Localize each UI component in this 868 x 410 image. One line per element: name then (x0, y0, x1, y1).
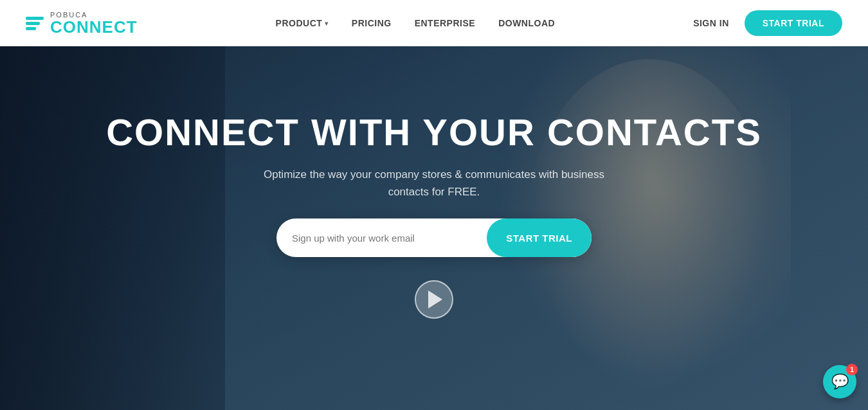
chat-badge: 1 (846, 364, 858, 375)
play-video-button[interactable] (415, 280, 453, 319)
start-trial-hero-button[interactable]: START TRIAL (487, 218, 592, 257)
logo-icon (26, 17, 44, 30)
nav-pricing[interactable]: PRICING (352, 18, 392, 28)
hero-content: CONNECT WITH YOUR CONTACTS Optimize the … (106, 112, 762, 319)
nav-download[interactable]: DOWNLOAD (498, 18, 555, 28)
header: POBUCA CONNECT PRODUCT ▾ PRICING ENTERPR… (0, 0, 868, 46)
nav-enterprise[interactable]: ENTERPRISE (415, 18, 475, 28)
sign-in-link[interactable]: SIGN IN (693, 18, 729, 28)
email-input[interactable] (276, 233, 487, 244)
hero-subtitle: Optimize the way your company stores & c… (254, 166, 614, 201)
chat-icon: 💬 (831, 373, 849, 390)
hero-title: CONNECT WITH YOUR CONTACTS (106, 112, 762, 153)
logo[interactable]: POBUCA CONNECT (26, 12, 138, 35)
chat-button[interactable]: 💬 1 (823, 365, 856, 398)
chat-widget: 💬 1 (823, 365, 856, 398)
logo-connect-label: CONNECT (50, 19, 138, 35)
chevron-down-icon: ▾ (325, 20, 329, 27)
hero-section: CONNECT WITH YOUR CONTACTS Optimize the … (0, 46, 868, 410)
logo-text: POBUCA CONNECT (50, 12, 138, 35)
nav-actions: SIGN IN START TRIAL (693, 10, 842, 36)
start-trial-header-button[interactable]: START TRIAL (745, 10, 842, 36)
play-icon (428, 290, 442, 308)
nav-product[interactable]: PRODUCT ▾ (276, 18, 329, 28)
main-nav: PRODUCT ▾ PRICING ENTERPRISE DOWNLOAD (276, 18, 556, 28)
hero-signup-form: START TRIAL (276, 218, 592, 257)
